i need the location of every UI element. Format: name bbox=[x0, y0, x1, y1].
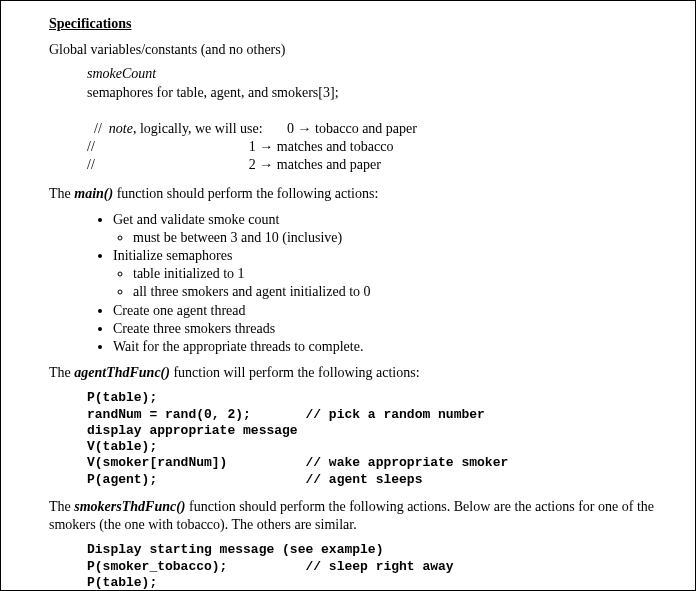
bullet-text: must be between 3 and 10 (inclusive) bbox=[133, 230, 342, 245]
agent-func: agentThdFunc() bbox=[74, 365, 170, 380]
main-intro-1: The bbox=[49, 186, 74, 201]
list-item: Wait for the appropriate threads to comp… bbox=[113, 338, 655, 356]
list-item: all three smokers and agent initialized … bbox=[133, 283, 655, 301]
main-bullets: Get and validate smoke count must be bet… bbox=[113, 211, 655, 357]
note-rest1: , logically, we will use: 0 → tobacco an… bbox=[133, 121, 417, 136]
global-vars-line: Global variables/constants (and no other… bbox=[49, 41, 655, 59]
bullet-text: all three smokers and agent initialized … bbox=[133, 284, 371, 299]
semaphores-line: semaphores for table, agent, and smokers… bbox=[87, 84, 655, 102]
main-func: main() bbox=[74, 186, 113, 201]
smokers-code-block: Display starting message (see example) P… bbox=[87, 542, 655, 591]
list-item: must be between 3 and 10 (inclusive) bbox=[133, 229, 655, 247]
list-item: Create three smokers threads bbox=[113, 320, 655, 338]
spec-heading: Specifications bbox=[49, 16, 131, 31]
bullet-text: table initialized to 1 bbox=[133, 266, 245, 281]
agent-intro-2: function will perform the following acti… bbox=[170, 365, 420, 380]
list-item: Create one agent thread bbox=[113, 302, 655, 320]
smokers-intro-1: The bbox=[49, 499, 74, 514]
bullet-text: Initialize semaphores bbox=[113, 248, 232, 263]
list-item: table initialized to 1 bbox=[133, 265, 655, 283]
bullet-text: Create three smokers threads bbox=[113, 321, 275, 336]
bullet-text: Wait for the appropriate threads to comp… bbox=[113, 339, 363, 354]
agent-code-block: P(table); randNum = rand(0, 2); // pick … bbox=[87, 390, 655, 488]
list-item: Get and validate smoke count must be bet… bbox=[113, 211, 655, 247]
bullet-text: Create one agent thread bbox=[113, 303, 246, 318]
smoke-count: smokeCount bbox=[87, 66, 156, 81]
main-intro-2: function should perform the following ac… bbox=[113, 186, 378, 201]
smokers-func: smokersThdFunc() bbox=[74, 499, 185, 514]
note-word: note bbox=[109, 121, 133, 136]
note-slash1: // bbox=[94, 121, 109, 136]
list-item: Initialize semaphores table initialized … bbox=[113, 247, 655, 302]
note-line2: // 1 → matches and tobacco bbox=[87, 138, 655, 156]
note-line3: // 2 → matches and paper bbox=[87, 156, 655, 174]
bullet-text: Get and validate smoke count bbox=[113, 212, 279, 227]
agent-intro-1: The bbox=[49, 365, 74, 380]
